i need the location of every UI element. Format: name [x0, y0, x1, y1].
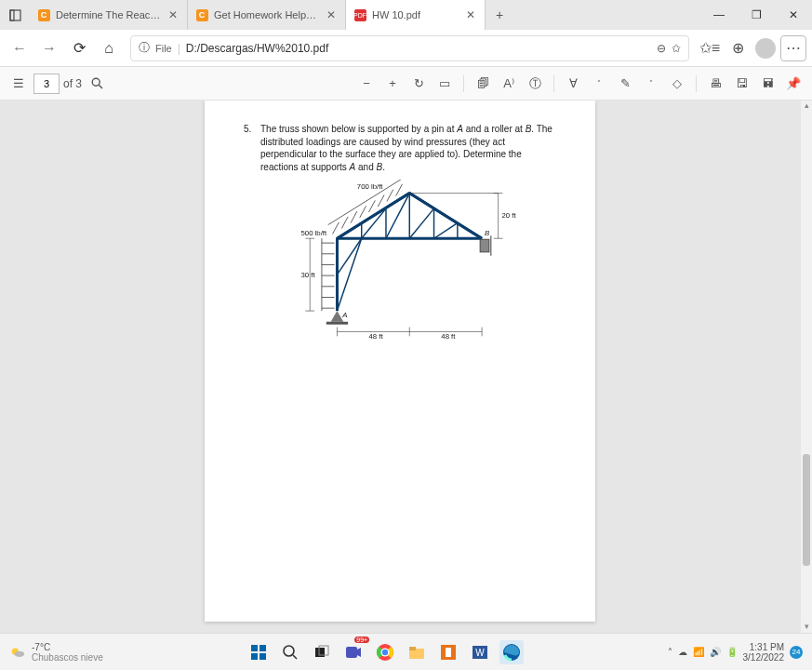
- svg-rect-39: [480, 239, 489, 252]
- zoom-out-icon[interactable]: −: [355, 73, 378, 95]
- contents-icon[interactable]: ☰: [7, 73, 30, 95]
- close-icon[interactable]: ✕: [166, 8, 180, 21]
- svg-rect-0: [10, 10, 20, 20]
- page-number-input[interactable]: [33, 74, 60, 94]
- tab-homework-help[interactable]: C Get Homework Help With Cheg ✕: [188, 0, 346, 30]
- svg-point-67: [382, 649, 388, 654]
- close-icon[interactable]: ✕: [464, 8, 477, 21]
- scroll-up-icon[interactable]: ▴: [801, 100, 812, 112]
- weather-desc: Chubascos nieve: [32, 652, 103, 663]
- svg-line-27: [387, 190, 393, 202]
- window-controls: — ❐ ✕: [700, 0, 812, 30]
- label-point-b: B: [485, 229, 489, 237]
- weather-temp: -7°C: [32, 642, 103, 652]
- svg-line-7: [409, 194, 482, 239]
- label-span-left: 48 ft: [368, 332, 383, 341]
- badge-count: 99+: [354, 636, 369, 643]
- chegg-favicon-icon: C: [37, 8, 50, 21]
- favorites-bar-icon[interactable]: ✩≡: [697, 35, 723, 61]
- scroll-down-icon[interactable]: ▾: [801, 622, 812, 633]
- highlight-dropdown-icon[interactable]: ˅: [640, 73, 662, 95]
- svg-line-25: [368, 200, 375, 212]
- read-aloud-icon[interactable]: A⁾: [498, 73, 520, 95]
- svg-marker-37: [331, 311, 344, 322]
- battery-icon[interactable]: 🔋: [726, 647, 738, 657]
- word-icon[interactable]: W: [468, 640, 492, 664]
- svg-line-3: [99, 85, 102, 88]
- svg-point-53: [14, 650, 24, 656]
- draw-dropdown-icon[interactable]: ˅: [588, 73, 610, 95]
- print-icon[interactable]: 🖶: [704, 73, 726, 95]
- label-load-left: 500 lb/ft: [301, 229, 327, 237]
- tab-label: HW 10.pdf: [372, 9, 459, 20]
- close-window-button[interactable]: ✕: [775, 0, 812, 30]
- system-tray[interactable]: ˄ ☁ 📶 🔊 🔋 1:31 PM 3/12/2022 24: [668, 642, 804, 663]
- task-view-button[interactable]: [310, 640, 334, 664]
- svg-text:W: W: [475, 648, 485, 658]
- favorite-icon[interactable]: ✩: [672, 42, 681, 55]
- problem-text: 5. The truss shown below is supported by…: [260, 123, 558, 173]
- teams-icon[interactable]: 99+: [341, 640, 366, 664]
- clock[interactable]: 1:31 PM 3/12/2022: [743, 642, 785, 663]
- time-label: 1:31 PM: [743, 642, 785, 652]
- svg-rect-38: [326, 322, 348, 325]
- close-icon[interactable]: ✕: [325, 8, 338, 21]
- separator: [463, 75, 464, 92]
- refresh-button[interactable]: ⟳: [65, 34, 93, 62]
- highlight-icon[interactable]: ✎: [614, 73, 636, 95]
- save-as-icon[interactable]: 🖬: [756, 73, 779, 95]
- page-view-icon[interactable]: 🗐: [472, 73, 494, 95]
- scrollbar-thumb[interactable]: [803, 454, 810, 566]
- pin-toolbar-icon[interactable]: 📌: [782, 73, 805, 95]
- svg-rect-1: [10, 10, 14, 20]
- volume-icon[interactable]: 🔊: [710, 647, 721, 657]
- tray-overflow-icon[interactable]: ˄: [668, 647, 672, 657]
- weather-widget[interactable]: -7°C Chubascos nieve: [9, 642, 103, 663]
- onedrive-icon[interactable]: ☁: [678, 647, 687, 657]
- vertical-scrollbar[interactable]: ▴ ▾: [801, 100, 812, 633]
- more-menu-button[interactable]: ⋯: [780, 35, 806, 61]
- erase-icon[interactable]: ◇: [666, 73, 688, 95]
- back-button[interactable]: ←: [6, 34, 33, 62]
- edge-icon[interactable]: [499, 640, 524, 664]
- forward-button[interactable]: →: [35, 34, 63, 62]
- search-icon[interactable]: [86, 73, 108, 95]
- new-tab-button[interactable]: +: [486, 0, 513, 30]
- search-button[interactable]: [278, 640, 302, 664]
- minimize-button[interactable]: —: [700, 0, 738, 30]
- rotate-icon[interactable]: ↻: [407, 73, 430, 95]
- add-text-icon[interactable]: Ⓣ: [524, 73, 546, 95]
- weather-icon: [9, 644, 26, 661]
- zoom-reset-icon[interactable]: ⊖: [657, 42, 666, 55]
- problem-number: 5.: [244, 123, 251, 136]
- fit-page-icon[interactable]: ▭: [433, 73, 456, 95]
- tab-hw10-pdf[interactable]: PDF HW 10.pdf ✕: [346, 0, 486, 30]
- home-button[interactable]: ⌂: [95, 34, 123, 62]
- svg-line-22: [341, 217, 348, 229]
- explorer-icon[interactable]: [405, 640, 429, 664]
- profile-avatar[interactable]: [752, 35, 779, 61]
- tab-actions-icon[interactable]: [0, 0, 30, 30]
- collections-icon[interactable]: ⊕: [725, 35, 751, 61]
- draw-icon[interactable]: ∀: [562, 73, 584, 95]
- start-button[interactable]: [246, 640, 271, 664]
- tab-determine-reaction[interactable]: C Determine The Reaction At A An ✕: [30, 0, 188, 30]
- svg-rect-55: [260, 645, 266, 651]
- pdf-viewer[interactable]: 5. The truss shown below is supported by…: [0, 100, 801, 633]
- chrome-icon[interactable]: [373, 640, 397, 664]
- svg-line-28: [396, 184, 403, 196]
- wifi-icon[interactable]: 📶: [693, 647, 704, 657]
- address-field[interactable]: ⓘ File | D:/Descargas/HW%2010.pdf ⊖ ✩: [130, 35, 689, 61]
- info-icon[interactable]: ⓘ: [139, 40, 150, 56]
- save-icon[interactable]: 🖫: [730, 73, 752, 95]
- notification-badge[interactable]: 24: [790, 646, 803, 659]
- zoom-in-icon[interactable]: +: [381, 73, 404, 95]
- svg-line-21: [333, 222, 339, 234]
- maximize-button[interactable]: ❐: [738, 0, 775, 30]
- svg-line-26: [378, 195, 384, 208]
- pdf-toolbar: ☰ of 3 − + ↻ ▭ 🗐 A⁾ Ⓣ ∀ ˅ ✎ ˅ ◇ 🖶 🖫 🖬 📌: [0, 67, 812, 100]
- app-orange-icon[interactable]: [436, 640, 460, 664]
- separator: [696, 75, 697, 92]
- date-label: 3/12/2022: [743, 652, 785, 663]
- svg-line-11: [362, 208, 386, 238]
